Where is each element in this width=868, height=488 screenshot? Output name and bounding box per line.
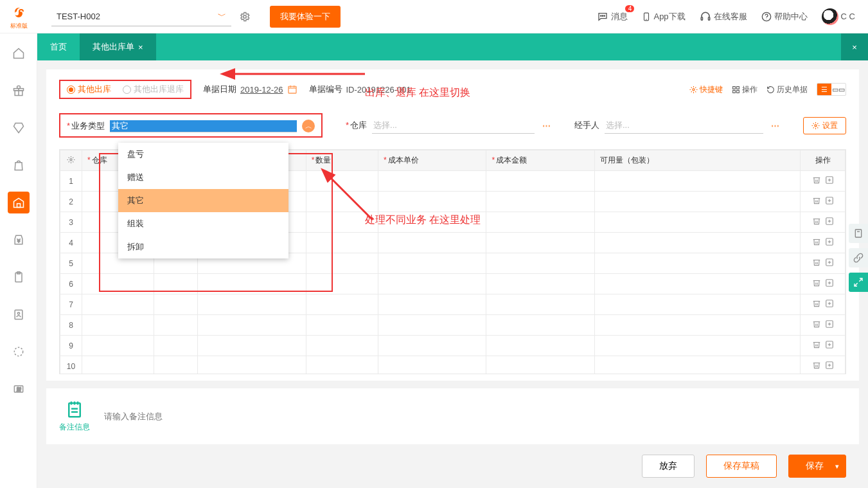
nav-home[interactable] bbox=[8, 42, 30, 64]
svg-rect-6 bbox=[701, 17, 702, 20]
table-row[interactable]: 10 bbox=[60, 356, 846, 375]
col-amt: *成本金额 bbox=[486, 150, 595, 171]
chevron-up-icon[interactable]: ︿ bbox=[302, 120, 315, 132]
messages-badge: 4 bbox=[625, 5, 634, 12]
settings-icon[interactable] bbox=[239, 11, 251, 23]
save-button[interactable]: 保存 bbox=[788, 455, 846, 478]
add-row-icon[interactable] bbox=[825, 278, 834, 289]
messages-button[interactable]: 消息 4 bbox=[597, 11, 628, 23]
table-row[interactable]: 9 bbox=[60, 336, 846, 356]
nav-circle[interactable] bbox=[8, 341, 30, 363]
opt-zengsong[interactable]: 赠送 bbox=[118, 166, 288, 189]
svg-rect-29 bbox=[733, 90, 736, 93]
delete-row-icon[interactable] bbox=[812, 361, 821, 372]
table-row[interactable]: 8 bbox=[60, 315, 846, 336]
delete-row-icon[interactable] bbox=[812, 176, 821, 186]
rail-expand-icon[interactable] bbox=[849, 273, 868, 292]
business-type-value: 其它 bbox=[110, 120, 297, 132]
org-name: TEST-H002 bbox=[57, 12, 100, 21]
col-ops: 操作 bbox=[801, 150, 846, 171]
nav-person[interactable] bbox=[8, 303, 30, 325]
user-menu[interactable]: C C bbox=[822, 8, 855, 25]
opt-chaixie[interactable]: 拆卸 bbox=[118, 235, 288, 258]
add-row-icon[interactable] bbox=[825, 320, 834, 330]
col-gear[interactable] bbox=[60, 150, 82, 171]
add-row-icon[interactable] bbox=[825, 176, 834, 186]
tab-home[interactable]: 首页 bbox=[37, 33, 80, 60]
add-row-icon[interactable] bbox=[825, 196, 834, 207]
try-button[interactable]: 我要体验一下 bbox=[270, 6, 341, 28]
delete-row-icon[interactable] bbox=[812, 196, 821, 207]
view-toggle[interactable]: ☰ ▭▭ bbox=[817, 83, 846, 96]
svg-line-76 bbox=[859, 278, 862, 282]
add-row-icon[interactable] bbox=[825, 217, 834, 228]
doc-date-value[interactable]: 2019-12-26 bbox=[240, 85, 283, 95]
add-row-icon[interactable] bbox=[825, 299, 834, 310]
add-row-icon[interactable] bbox=[825, 340, 834, 351]
nav-clipboard[interactable] bbox=[8, 266, 30, 288]
opt-pankui[interactable]: 盘亏 bbox=[118, 143, 288, 166]
view-list-icon[interactable]: ☰ bbox=[817, 84, 831, 95]
handler-field[interactable]: 经手人 选择... ⋯ bbox=[574, 118, 780, 134]
delete-row-icon[interactable] bbox=[812, 320, 821, 330]
calendar-icon[interactable] bbox=[287, 84, 297, 95]
radio-return[interactable]: 其他出库退库 bbox=[123, 84, 184, 95]
delete-row-icon[interactable] bbox=[812, 237, 821, 248]
org-select[interactable]: TEST-H002 ﹀ bbox=[51, 6, 231, 26]
hotkey-button[interactable]: 快捷键 bbox=[689, 84, 723, 95]
remarks-input[interactable] bbox=[104, 411, 846, 421]
top-right-actions: 消息 4 App下载 在线客服 帮助中心 C C bbox=[597, 8, 855, 25]
nav-diamond[interactable] bbox=[8, 117, 30, 139]
more-icon[interactable]: ⋯ bbox=[771, 121, 780, 131]
table-row[interactable]: 7 bbox=[60, 294, 846, 315]
svg-point-18 bbox=[17, 312, 19, 314]
add-row-icon[interactable] bbox=[825, 258, 834, 269]
settings-button[interactable]: 设置 bbox=[803, 117, 846, 134]
svg-point-31 bbox=[815, 124, 817, 126]
warehouse-field[interactable]: *仓库 选择... ⋯ bbox=[346, 118, 551, 134]
operations-button[interactable]: 操作 bbox=[732, 84, 757, 95]
rail-link-icon[interactable] bbox=[849, 248, 868, 267]
delete-row-icon[interactable] bbox=[812, 278, 821, 289]
svg-point-1 bbox=[601, 15, 601, 16]
nav-warehouse[interactable] bbox=[8, 192, 30, 213]
close-tab-icon[interactable]: × bbox=[138, 42, 143, 52]
view-card-icon[interactable]: ▭▭ bbox=[831, 84, 846, 95]
table-row[interactable]: 6 bbox=[60, 274, 846, 294]
svg-point-3 bbox=[604, 15, 605, 16]
nav-money[interactable]: ¥ bbox=[8, 229, 30, 251]
right-rail bbox=[849, 224, 868, 292]
history-button[interactable]: 历史单据 bbox=[766, 84, 808, 95]
svg-text:新: 新 bbox=[16, 387, 21, 392]
nav-new[interactable]: 新 bbox=[8, 378, 30, 400]
help-center-button[interactable]: 帮助中心 bbox=[761, 11, 808, 23]
opt-zuzhuang[interactable]: 组装 bbox=[118, 212, 288, 235]
tab-other-outbound[interactable]: 其他出库单 × bbox=[80, 33, 156, 60]
app-download-button[interactable]: App下载 bbox=[642, 11, 685, 23]
add-row-icon[interactable] bbox=[825, 237, 834, 248]
nav-gift[interactable] bbox=[8, 80, 30, 102]
delete-row-icon[interactable] bbox=[812, 340, 821, 351]
delete-row-icon[interactable] bbox=[812, 217, 821, 228]
delete-row-icon[interactable] bbox=[812, 258, 821, 269]
save-draft-button[interactable]: 保存草稿 bbox=[706, 455, 777, 478]
radio-outbound[interactable]: 其他出库 bbox=[67, 84, 111, 95]
avatar-icon bbox=[822, 8, 838, 25]
nav-bag[interactable] bbox=[8, 154, 30, 176]
headset-icon bbox=[700, 11, 711, 23]
opt-qita[interactable]: 其它 bbox=[118, 189, 288, 212]
col-qty: *数量 bbox=[306, 150, 378, 171]
add-row-icon[interactable] bbox=[825, 361, 834, 372]
close-all-tabs[interactable]: × bbox=[841, 33, 868, 60]
delete-row-icon[interactable] bbox=[812, 299, 821, 310]
rail-note-icon[interactable] bbox=[849, 224, 868, 243]
customer-service-button[interactable]: 在线客服 bbox=[700, 11, 747, 23]
more-icon[interactable]: ⋯ bbox=[542, 121, 551, 131]
business-type-field[interactable]: *业务类型 其它 ︿ 盘亏 赠送 其它 组装 拆卸 bbox=[59, 113, 323, 138]
footer-actions: 放弃 保存草稿 保存 bbox=[46, 444, 859, 488]
logo-icon bbox=[11, 6, 26, 22]
abandon-button[interactable]: 放弃 bbox=[642, 455, 695, 478]
logo[interactable]: 标准版 bbox=[0, 3, 37, 30]
message-icon bbox=[597, 12, 608, 22]
left-nav: ¥ 新 bbox=[0, 33, 37, 488]
